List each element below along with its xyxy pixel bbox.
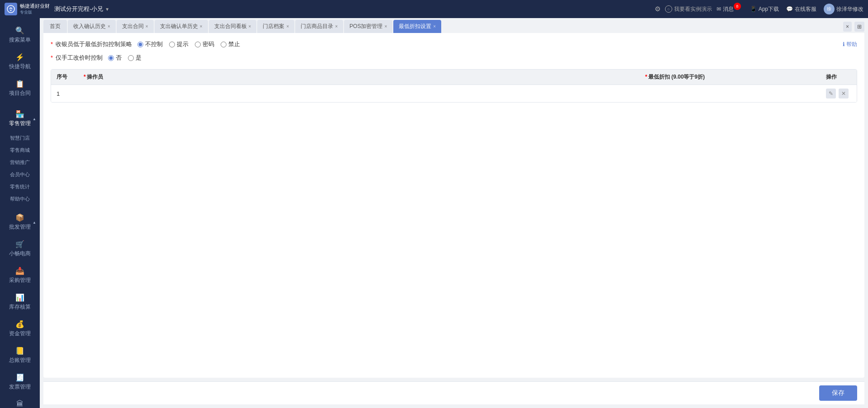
field1-option-password[interactable]: 密码 xyxy=(195,40,214,48)
field2-label: * 仅手工改价时控制 xyxy=(51,54,103,62)
inventory-icon: 📊 xyxy=(15,293,24,302)
sidebar-item-ecommerce[interactable]: 🛒 小畅电商 xyxy=(0,235,40,262)
tab-min-discount[interactable]: 最低折扣设置 × xyxy=(393,20,441,33)
tab-maximize-button[interactable]: ⊞ xyxy=(854,22,864,32)
tab-store-files-close[interactable]: × xyxy=(286,24,289,29)
sidebar-item-ledger[interactable]: 📒 总账管理 xyxy=(0,342,40,369)
tab-store-files[interactable]: 门店档案 × xyxy=(257,20,294,33)
sidebar-label-retail: 零售管理 xyxy=(9,120,31,127)
form-section: * 收银员低于最低折扣控制策略 不控制 提示 xyxy=(51,40,857,62)
field1-radio-prompt[interactable] xyxy=(169,42,175,47)
invoice-icon: 🧾 xyxy=(15,373,24,382)
sidebar-item-smart-store[interactable]: 智慧门店 xyxy=(0,132,40,144)
demo-link[interactable]: ○ 我要看实例演示 xyxy=(665,5,712,13)
svg-point-0 xyxy=(7,5,14,13)
tab-pos-encrypt[interactable]: POS加密管理 × xyxy=(344,20,392,33)
tab-income-history[interactable]: 收入确认历史 × xyxy=(68,20,116,33)
field2-radio-no[interactable] xyxy=(108,55,114,61)
save-button[interactable]: 保存 xyxy=(819,385,857,401)
field1-option-forbid[interactable]: 禁止 xyxy=(221,40,240,48)
project-dropdown-icon: ▼ xyxy=(105,7,109,12)
svg-point-1 xyxy=(10,10,12,11)
message-icon: ✉ xyxy=(717,6,721,12)
online-support-button[interactable]: 💬 在线客服 xyxy=(786,5,816,13)
field1-option-no-control[interactable]: 不控制 xyxy=(137,40,163,48)
field1-radio-forbid[interactable] xyxy=(221,42,226,47)
cell-action: ✎ ✕ xyxy=(821,85,857,103)
sidebar-item-finance[interactable]: 💰 资金管理 xyxy=(0,315,40,342)
tab-min-discount-label: 最低折扣设置 xyxy=(399,23,431,30)
sidebar-label-purchase: 采购管理 xyxy=(9,277,31,284)
settings-icon[interactable]: ⚙ xyxy=(655,5,660,13)
data-table-wrapper: 序号 *操作员 *最低折扣 (9.00等于9折) 操作 1 xyxy=(51,69,857,103)
sidebar-item-help[interactable]: 帮助中心 xyxy=(0,193,40,205)
sidebar-label-inventory: 库存核算 xyxy=(9,303,31,311)
sidebar-item-contract[interactable]: 📋 项目合同 xyxy=(0,75,40,102)
sidebar-item-inventory[interactable]: 📊 库存核算 xyxy=(0,289,40,315)
sidebar-item-tax[interactable]: 🏛 税务管理 xyxy=(0,395,40,408)
ledger-icon: 📒 xyxy=(15,347,24,355)
tab-close-all-button[interactable]: × xyxy=(843,22,852,32)
retail-stat-label: 零售统计 xyxy=(10,183,30,190)
sidebar-label-finance: 资金管理 xyxy=(9,330,31,338)
tab-pos-encrypt-close[interactable]: × xyxy=(384,24,387,29)
quicknav-icon: ⚡ xyxy=(15,53,24,61)
sidebar-item-purchase[interactable]: 📥 采购管理 xyxy=(0,262,40,289)
sidebar-item-search[interactable]: 🔍 搜索菜单 xyxy=(0,22,40,48)
sidebar-item-invoice[interactable]: 🧾 发票管理 xyxy=(0,369,40,395)
tab-store-catalog[interactable]: 门店商品目录 × xyxy=(295,20,343,33)
field2-option-no[interactable]: 否 xyxy=(108,54,122,62)
field1-radio-no-control[interactable] xyxy=(137,42,143,47)
cell-seq: 1 xyxy=(51,85,78,103)
tab-income-history-close[interactable]: × xyxy=(108,24,110,29)
sidebar-item-retail-stat[interactable]: 零售统计 xyxy=(0,181,40,193)
ecommerce-icon: 🛒 xyxy=(15,240,24,249)
field1-option-prompt[interactable]: 提示 xyxy=(169,40,189,48)
tab-expense-contract-close[interactable]: × xyxy=(146,24,148,29)
field2-option-yes[interactable]: 是 xyxy=(128,54,142,62)
page-content: * 收银员低于最低折扣控制策略 不控制 提示 xyxy=(43,33,864,378)
field2-radio-group: 否 是 xyxy=(108,54,142,62)
discount-table: 序号 *操作员 *最低折扣 (9.00等于9折) 操作 1 xyxy=(51,70,857,102)
sidebar-item-quicknav[interactable]: ⚡ 快捷导航 xyxy=(0,48,40,75)
sidebar-label-ecommerce: 小畅电商 xyxy=(9,250,31,258)
smart-store-label: 智慧门店 xyxy=(10,135,30,141)
user-profile[interactable]: 徐 徐泽华修改 xyxy=(824,4,863,14)
online-support-label: 在线客服 xyxy=(795,5,816,13)
tab-income-history-label: 收入确认历史 xyxy=(73,23,106,30)
tab-expense-contract-board[interactable]: 支出合同看板 × xyxy=(209,20,257,33)
field1-option-password-label: 密码 xyxy=(203,40,214,48)
tab-home[interactable]: 首页 xyxy=(43,20,67,33)
help-label: 帮助 xyxy=(846,41,857,48)
sidebar-label-ledger: 总账管理 xyxy=(9,356,31,364)
field2-option-no-label: 否 xyxy=(116,54,122,62)
project-name: 测试分开完程-小兄 xyxy=(54,5,103,13)
sidebar-item-mall[interactable]: 零售商城 xyxy=(0,144,40,156)
member-label: 会员中心 xyxy=(10,171,30,178)
tab-min-discount-close[interactable]: × xyxy=(433,24,436,29)
tab-expense-contract-board-close[interactable]: × xyxy=(249,24,251,29)
help-link[interactable]: ℹ 帮助 xyxy=(843,41,857,48)
tab-store-catalog-close[interactable]: × xyxy=(335,24,338,29)
col-header-operator: *操作员 xyxy=(78,70,640,85)
sidebar-item-wholesale[interactable]: 📦 批发管理 xyxy=(0,209,40,235)
topbar: 畅捷通好业财 专业版 测试分开完程-小兄 ▼ ⚙ ○ 我要看实例演示 ✉ 消息 … xyxy=(0,0,868,18)
field1-radio-password[interactable] xyxy=(195,42,201,47)
field2-required-mark: * xyxy=(51,54,53,61)
project-selector[interactable]: 测试分开完程-小兄 ▼ xyxy=(54,5,650,13)
sidebar-item-member[interactable]: 会员中心 xyxy=(0,169,40,181)
topbar-right: ✉ 消息 8 📱 App下载 💬 在线客服 徐 徐泽华修改 xyxy=(717,4,863,14)
marketing-label: 营销推广 xyxy=(10,159,30,166)
tab-expense-contract[interactable]: 支出合同 × xyxy=(117,20,154,33)
tab-expense-confirm-history[interactable]: 支出确认单历史 × xyxy=(155,20,208,33)
field2-radio-yes[interactable] xyxy=(128,55,134,61)
delete-row-button[interactable]: ✕ xyxy=(839,89,849,98)
edit-row-button[interactable]: ✎ xyxy=(826,89,836,98)
messages-button[interactable]: ✉ 消息 8 xyxy=(717,5,743,13)
sidebar-item-marketing[interactable]: 营销推广 xyxy=(0,156,40,169)
app-download-button[interactable]: 📱 App下载 xyxy=(750,5,779,13)
tab-expense-confirm-history-label: 支出确认单历史 xyxy=(160,23,198,30)
sidebar-item-retail[interactable]: 🏪 零售管理 xyxy=(0,105,40,132)
tab-expense-confirm-history-close[interactable]: × xyxy=(200,24,203,29)
messages-label: 消息 xyxy=(723,5,734,13)
